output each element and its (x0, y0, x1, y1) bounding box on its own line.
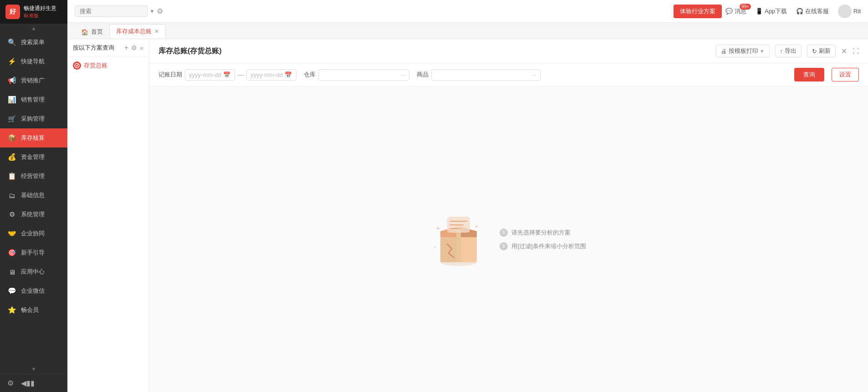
sidebar-item-label: 经营管理 (21, 172, 45, 180)
filter-add-icon[interactable]: + (124, 44, 128, 52)
goods-more-icon[interactable]: ··· (531, 71, 536, 78)
sidebar-settings-icon[interactable]: ⚙ (7, 379, 14, 387)
settings-button[interactable]: 设置 (832, 68, 859, 81)
system-icon: ⚙ (7, 210, 16, 219)
sidebar-item-sales[interactable]: 📊 销售管理 (0, 90, 67, 109)
sidebar-item-label: 畅会员 (21, 306, 39, 314)
topbar-online-service[interactable]: 🎧 在线客服 (796, 7, 829, 15)
sidebar-item-newbie[interactable]: 🎯 新手引导 (0, 243, 67, 262)
svg-rect-5 (440, 237, 459, 262)
filter-item-inventory-ledger[interactable]: 存货总账 (67, 57, 149, 74)
sidebar-item-label: 资金管理 (21, 153, 45, 161)
scroll-down[interactable]: ▼ (0, 365, 67, 374)
sidebar-item-basic-info[interactable]: 🗂 基础信息 (0, 186, 67, 205)
sidebar-item-app-center[interactable]: 🖥 应用中心 (0, 262, 67, 281)
sidebar-item-label: 快捷导航 (21, 57, 45, 66)
sidebar-item-label: 搜索菜单 (21, 38, 45, 46)
print-template-button[interactable]: 🖨 按模板打印 ▼ (716, 45, 770, 57)
logo-icon: 好 (5, 5, 20, 19)
warehouse-label: 仓库 (304, 71, 316, 79)
topbar-search-input[interactable] (75, 5, 148, 17)
tab-inventory-ledger[interactable]: 库存成本总账 ✕ (109, 24, 166, 39)
home-icon: 🏠 (81, 29, 88, 36)
scroll-down-arrow[interactable]: ▼ (31, 366, 36, 372)
marketing-icon: 📢 (7, 76, 16, 85)
print-template-label: 按模板打印 (729, 47, 758, 55)
sidebar-item-operation[interactable]: 📋 经营管理 (0, 167, 67, 186)
online-service-label: 在线客服 (805, 7, 829, 15)
date-label: 记账日期 (158, 71, 182, 79)
scroll-up[interactable]: ▲ (0, 24, 67, 33)
filter-panel: 按以下方案查询 + ⚙ « 存货总账 (67, 39, 149, 392)
date-end-input[interactable]: yyyy-mm-dd 📅 (246, 69, 296, 81)
topbar-user-area[interactable]: Rit (838, 5, 861, 18)
sidebar-item-quick-nav[interactable]: ⚡ 快捷导航 (0, 52, 67, 71)
panel-resize-icon[interactable]: ⛶ (853, 47, 859, 55)
refresh-button[interactable]: ↻ 刷新 (807, 45, 836, 57)
sidebar-audio-icon[interactable]: ◀▮▮ (21, 379, 35, 387)
purchase-icon: 🛒 (7, 114, 16, 123)
sidebar-item-vip[interactable]: ⭐ 畅会员 (0, 300, 67, 320)
filter-item-icon (73, 61, 81, 70)
warehouse-field: 仓库 ··· (304, 69, 409, 81)
basic-info-icon: 🗂 (7, 191, 16, 200)
page-header: 库存总账(存货总账) 🖨 按模板打印 ▼ ↑ 导出 ↻ 刷新 (149, 39, 868, 63)
svg-text:✦: ✦ (434, 245, 437, 249)
warehouse-more-icon[interactable]: ··· (400, 71, 405, 78)
tab-inventory-ledger-label: 库存成本总账 (116, 27, 152, 36)
calendar-end-icon[interactable]: 📅 (285, 71, 292, 78)
operation-icon: 📋 (7, 172, 16, 181)
empty-state: ✦ ✦ ✦ ① 请先选择要分析的方案 (149, 87, 868, 392)
sidebar-item-marketing[interactable]: 📢 营销推广 (0, 71, 67, 90)
goods-input[interactable]: ··· (431, 69, 541, 81)
filter-header: 按以下方案查询 + ⚙ « (67, 39, 149, 57)
tab-close-icon[interactable]: ✕ (154, 28, 159, 35)
sidebar-item-cooperation[interactable]: 🤝 企业协同 (0, 224, 67, 243)
headset-icon: 🎧 (796, 8, 803, 15)
industry-solution-button[interactable]: 体验行业方案 (674, 5, 722, 18)
date-start-input[interactable]: yyyy-mm-dd 📅 (185, 69, 235, 81)
user-avatar (838, 5, 852, 18)
sidebar-item-purchase[interactable]: 🛒 采购管理 (0, 109, 67, 128)
sidebar-item-inventory[interactable]: 📦 库存核算 (0, 128, 67, 148)
tip1-text: 请先选择要分析的方案 (511, 229, 571, 237)
print-icon: 🖨 (721, 48, 727, 55)
scroll-up-arrow[interactable]: ▲ (31, 25, 36, 31)
warehouse-input[interactable]: ··· (318, 69, 409, 81)
main-area: ▼ ⚙ 体验行业方案 💬 消息 99+ 📱 App下载 🎧 在线客服 Rit (67, 0, 868, 392)
sidebar-item-search-menu[interactable]: 🔍 搜索菜单 (0, 33, 67, 52)
svg-text:✦: ✦ (475, 224, 478, 229)
wechat-icon: 💬 (7, 286, 16, 295)
refresh-icon: ↻ (812, 48, 817, 55)
export-icon: ↑ (780, 48, 783, 55)
tip1-num: ① (500, 229, 508, 237)
calendar-start-icon[interactable]: 📅 (223, 71, 230, 78)
sidebar-item-system[interactable]: ⚙ 系统管理 (0, 205, 67, 224)
tip2-num: ② (500, 242, 508, 250)
search-bar: 记账日期 yyyy-mm-dd 📅 — yyyy-mm-dd 📅 仓库 (149, 63, 868, 87)
topbar-right: 💬 消息 99+ 📱 App下载 🎧 在线客服 Rit (725, 5, 861, 18)
empty-tip-1: ① 请先选择要分析的方案 (500, 229, 586, 237)
finance-icon: 💰 (7, 153, 16, 162)
filter-settings-icon[interactable]: ⚙ (131, 44, 137, 51)
filter-collapse-icon[interactable]: « (140, 44, 143, 51)
sidebar-item-finance[interactable]: 💰 资金管理 (0, 148, 67, 167)
sidebar-item-label: 新手引导 (21, 249, 45, 257)
topbar-gear-icon[interactable]: ⚙ (157, 7, 163, 15)
search-button[interactable]: 查询 (794, 68, 824, 81)
topbar-app-download[interactable]: 📱 App下载 (756, 7, 787, 15)
sidebar-item-wechat[interactable]: 💬 企业微信 (0, 281, 67, 300)
empty-tips: ① 请先选择要分析的方案 ② 用[过滤]条件来缩小分析范围 (500, 229, 586, 250)
panel-close-icon[interactable]: ✕ (841, 47, 847, 56)
logo-text: 畅捷通好生意 标准版 (24, 5, 56, 19)
username-label: Rit (853, 8, 861, 15)
topbar: ▼ ⚙ 体验行业方案 💬 消息 99+ 📱 App下载 🎧 在线客服 Rit (67, 0, 868, 23)
filter-actions: + ⚙ « (124, 44, 143, 52)
tab-home[interactable]: 🏠 首页 (75, 25, 109, 39)
empty-illustration: ✦ ✦ ✦ (431, 212, 486, 267)
topbar-message[interactable]: 💬 消息 99+ (725, 7, 746, 15)
filter-panel-title: 按以下方案查询 (73, 44, 114, 52)
print-chevron-icon[interactable]: ▼ (760, 49, 765, 54)
topbar-chevron-icon[interactable]: ▼ (149, 8, 155, 15)
export-button[interactable]: ↑ 导出 (775, 45, 802, 57)
